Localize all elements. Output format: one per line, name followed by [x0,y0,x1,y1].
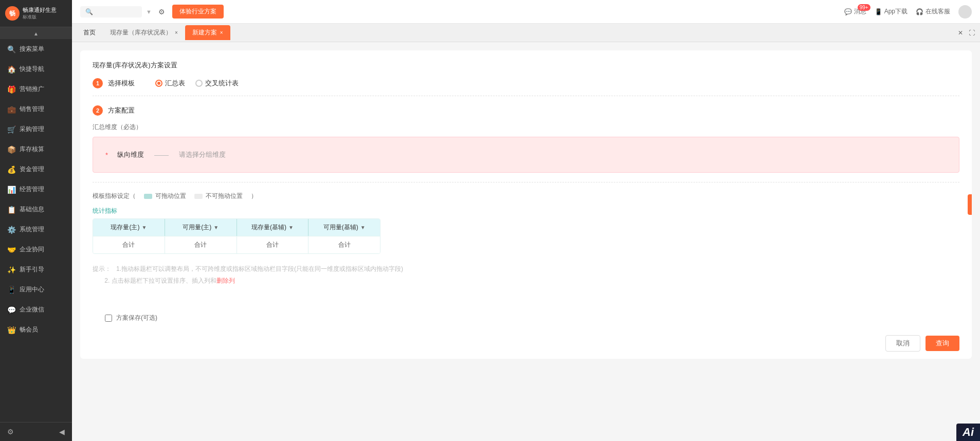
sidebar-item-wechat[interactable]: 💬 企业微信 [0,300,72,320]
app-download-button[interactable]: 📱 App下载 [875,7,908,16]
purchase-icon: 🛒 [7,125,15,134]
sidebar-item-marketing[interactable]: 🎁 营销推广 [0,79,72,99]
topbar-dropdown[interactable]: ▼ [146,9,152,15]
legend-fixed: 不可拖动位置 [194,192,243,200]
sidebar-item-sales[interactable]: 💼 销售管理 [0,99,72,119]
basic-icon: 📋 [7,206,15,214]
stats-data-row: 合计合计合计合计 [93,236,380,253]
sidebar-item-operations[interactable]: 📊 经营管理 [0,179,72,199]
sidebar-label-system: 系统管理 [20,225,44,234]
expand-window-button[interactable]: ⛶ [968,29,976,37]
save-label: 方案保存(可选) [116,314,157,322]
step1-badge: 1 [93,78,103,88]
ai-badge[interactable]: Ai [956,424,980,441]
fixed-legend-icon [194,194,203,199]
sidebar-item-finance[interactable]: 💰 资金管理 [0,159,72,179]
system-icon: ⚙️ [7,226,15,234]
messages-button[interactable]: 💬 消息 99+ [844,7,866,16]
radio-summary-circle [155,80,162,87]
sidebar: 畅 畅康通好生意 标准版 ▲ 🔍 搜索菜单 🏠 快捷导航 🎁 营销推广 💼 销售… [0,0,72,441]
vip-icon: 👑 [7,326,15,334]
cancel-button[interactable]: 取消 [885,335,920,352]
headset-icon: 🎧 [916,8,923,15]
step2-title: 方案配置 [108,106,135,115]
tab-new-plan-close[interactable]: × [220,30,223,35]
close-window-button[interactable]: ✕ [956,29,965,37]
topbar-right: 💬 消息 99+ 📱 App下载 🎧 在线客服 [844,5,972,19]
stats-col-cell-col2: 合计 [165,236,237,253]
tab-new-plan[interactable]: 新建方案 × [185,25,230,40]
sidebar-item-search[interactable]: 🔍 搜索菜单 [0,39,72,59]
step2-header: 2 方案配置 [93,105,959,116]
apps-icon: 📱 [7,286,15,294]
right-handle[interactable] [968,194,972,215]
sidebar-label-inventory: 库存核算 [20,145,44,154]
tips-section: 提示： 1.拖动标题栏可以调整布局，不可跨维度或指标区域拖动栏目字段(只能在同一… [93,264,959,286]
sidebar-item-inventory[interactable]: 📦 库存核算 [0,139,72,159]
chevron-col1: ▼ [141,225,147,230]
app-icon: 📱 [875,8,882,15]
stats-table: 现存量(主) ▼可用量(主) ▼现存量(基辅) ▼可用量(基辅) ▼ 合计合计合… [93,218,380,254]
sidebar-item-system[interactable]: ⚙️ 系统管理 [0,219,72,240]
tips-highlight: 删除列 [216,277,235,284]
axis-label: 纵向维度 [117,150,144,159]
stats-col-cell-col1: 合计 [93,236,165,253]
topbar: 🔍 ▼ ⚙ 体验行业方案 💬 消息 99+ 📱 App下载 🎧 在线客服 [72,0,980,24]
tabbar: 首页 现存量（库存状况表） × 新建方案 × ✕ ⛶ [72,24,980,42]
tab-home[interactable]: 首页 [76,25,103,40]
sidebar-label-marketing: 营销推广 [20,85,44,94]
collapse-icon[interactable]: ◀ [59,428,65,436]
stats-label: 统计指标 [93,207,959,215]
trial-button[interactable]: 体验行业方案 [172,5,224,19]
radio-cross[interactable]: 交叉统计表 [195,79,239,88]
sidebar-item-quicknav[interactable]: 🏠 快捷导航 [0,59,72,79]
search-bar[interactable]: 🔍 [80,6,142,17]
content-area: 现存量(库存状况表)方案设置 1 选择模板 汇总表 [72,42,980,441]
sidebar-item-purchase[interactable]: 🛒 采购管理 [0,119,72,139]
service-button[interactable]: 🎧 在线客服 [916,7,950,16]
sidebar-item-vip[interactable]: 👑 畅会员 [0,320,72,340]
window-controls: ✕ ⛶ [956,29,976,37]
sidebar-scroll-up[interactable]: ▲ [0,27,72,39]
stats-section: 统计指标 现存量(主) ▼可用量(主) ▼现存量(基辅) ▼可用量(基辅) ▼ … [93,207,959,254]
query-button[interactable]: 查询 [925,336,959,351]
tips-item2: 2. 点击标题栏下拉可设置排序、插入列和删除列 [93,276,959,286]
sidebar-label-purchase: 采购管理 [20,125,44,134]
sidebar-item-apps[interactable]: 📱 应用中心 [0,280,72,300]
topbar-gear-icon[interactable]: ⚙ [156,6,168,18]
sidebar-label-newbie: 新手引导 [20,265,44,274]
radio-summary-inner [157,82,160,85]
topbar-left: 🔍 ▼ ⚙ 体验行业方案 [80,5,224,19]
newbie-icon: ✨ [7,266,15,274]
step1-section: 1 选择模板 汇总表 交叉统计表 [93,78,959,96]
sidebar-item-cooperation[interactable]: 🤝 企业协同 [0,240,72,260]
tab-inventory[interactable]: 现存量（库存状况表） × [103,25,185,40]
chevron-col3: ▼ [288,225,294,230]
stats-header-row: 现存量(主) ▼可用量(主) ▼现存量(基辅) ▼可用量(基辅) ▼ [93,219,380,236]
sidebar-label-finance: 资金管理 [20,165,44,174]
stats-col-header-col2[interactable]: 可用量(主) ▼ [165,219,237,236]
stats-col-header-col3[interactable]: 现存量(基辅) ▼ [237,219,309,236]
step1-divider [93,96,959,96]
step2-section: 2 方案配置 汇总维度（必选） * 纵向维度 —— 请选择分组维度 模板指标设定… [93,105,959,286]
sidebar-label-operations: 经营管理 [20,185,44,194]
save-checkbox[interactable] [105,315,112,322]
step2-divider [93,182,959,182]
settings-icon[interactable]: ⚙ [7,428,14,436]
stats-col-header-col4[interactable]: 可用量(基辅) ▼ [308,219,380,236]
logo-icon: 畅 [5,6,20,21]
sidebar-label-basic: 基础信息 [20,205,44,214]
sidebar-nav: 🔍 搜索菜单 🏠 快捷导航 🎁 营销推广 💼 销售管理 🛒 采购管理 📦 库存核… [0,39,72,422]
stats-col-header-col1[interactable]: 现存量(主) ▼ [93,219,165,236]
radio-summary[interactable]: 汇总表 [155,79,185,88]
finance-icon: 💰 [7,166,15,174]
user-avatar[interactable] [958,5,972,19]
sidebar-item-newbie[interactable]: ✨ 新手引导 [0,260,72,280]
sidebar-item-basic[interactable]: 📋 基础信息 [0,199,72,219]
chevron-col2: ▼ [213,225,219,230]
tab-inventory-close[interactable]: × [175,30,178,35]
stats-col-cell-col4: 合计 [308,236,380,253]
sidebar-footer: ⚙ ◀ [0,422,72,441]
message-icon: 💬 [844,8,852,15]
dimension-box[interactable]: * 纵向维度 —— 请选择分组维度 [93,137,959,173]
